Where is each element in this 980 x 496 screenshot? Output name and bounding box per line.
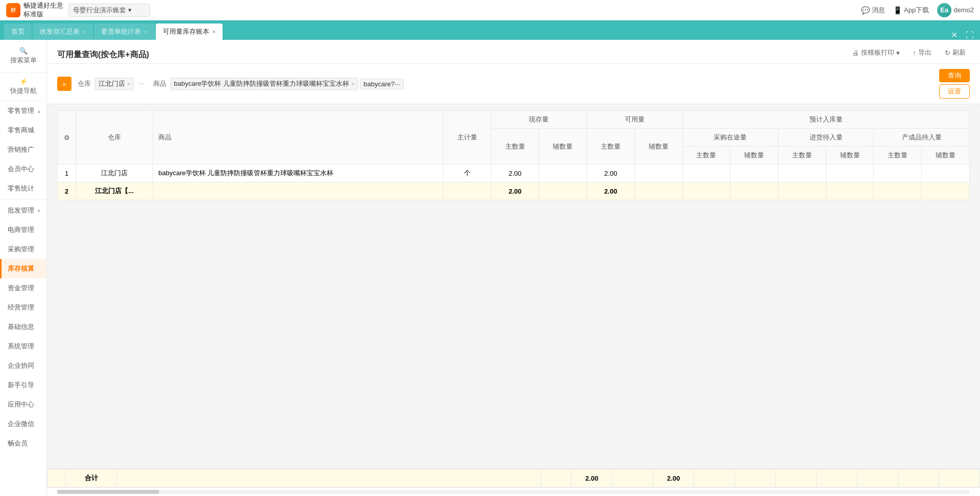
col-header-finished-goods: 产成品待入量 (874, 129, 970, 147)
sidebar-item-member-center[interactable]: 会员中心 (0, 159, 46, 179)
filter-bar: » 仓库 江北门店 × ··· 商品 babycare学饮杯 儿童防摔防撞吸管杯… (47, 64, 980, 104)
sidebar-item-enterprise-collab[interactable]: 企业协同 (0, 356, 46, 375)
warehouse-tag-0: 江北门店 × (95, 78, 134, 90)
print-chevron-icon: ▾ (896, 49, 900, 57)
quick-nav-button[interactable]: ⚡ 快捷导航 (0, 75, 46, 99)
message-button[interactable]: 消息 (861, 6, 885, 15)
col-header-product: 商品 (153, 111, 444, 164)
sidebar-item-inventory[interactable]: 库存核算 (0, 259, 46, 278)
tab-order-stats[interactable]: 要货单统计表 × (94, 23, 154, 40)
cell-incoming-aux-subtotal (826, 182, 874, 200)
cell-stock-main: 2.00 (491, 164, 539, 182)
sidebar-item-new-guide[interactable]: 新手引导 (0, 375, 46, 395)
sidebar-item-operations-mgmt[interactable]: 经营管理 (0, 298, 46, 317)
cell-unit: 个 (444, 164, 492, 182)
sidebar-item-ecommerce-mgmt[interactable]: 电商管理 (0, 220, 46, 240)
col-header-settings: ⚙ (58, 111, 76, 164)
chevron-down-icon: ▾ (38, 208, 40, 214)
product-filter-label: 商品 (153, 79, 166, 88)
refresh-button[interactable]: ↻ 刷新 (941, 46, 970, 59)
print-button[interactable]: 🖨 按模板打印 ▾ (848, 46, 904, 59)
content-area: 可用量查询(按仓库+商品) 🖨 按模板打印 ▾ ↑ 导出 ↻ 刷新 (47, 40, 980, 496)
scroll-thumb[interactable] (57, 490, 159, 494)
warehouse-filter-label: 仓库 (78, 79, 91, 88)
tab-bar: 首页 收发存汇总表 × 要货单统计表 × 可用量库存账本 × ✕ ⛶ (0, 20, 980, 40)
scroll-bar-area (47, 487, 980, 496)
footer-cell-empty2 (117, 469, 541, 487)
col-header-stock-aux: 辅数量 (539, 129, 587, 164)
search-menu-button[interactable]: 🔍 搜索菜单 (4, 44, 42, 68)
cell-product: babycare学饮杯 儿童防摔防撞吸管杯重力球吸嘴杯宝宝水杯 (153, 164, 444, 182)
sidebar-item-finance-mgmt[interactable]: 资金管理 (0, 278, 46, 298)
sidebar-item-purchase-mgmt[interactable]: 采购管理 (0, 240, 46, 259)
top-bar-right: 消息 App下载 Ea demo2 (861, 3, 974, 17)
cell-stock-main-subtotal: 2.00 (491, 182, 539, 200)
export-icon: ↑ (913, 49, 917, 57)
table-area: ⚙ 仓库 商品 主计量 现存量 可用量 预计入库量 主数量 辅数量 主数量 辅数… (47, 104, 980, 468)
footer-stock-main: 2.00 (572, 469, 612, 487)
tab-home[interactable]: 首页 (4, 23, 32, 40)
cell-finished-aux (922, 164, 970, 182)
col-header-purchase-transit: 采购在途量 (682, 129, 778, 147)
tab-receive-summary[interactable]: 收发存汇总表 × (33, 23, 93, 40)
sidebar-item-retail-mall[interactable]: 零售商城 (0, 121, 46, 140)
tab-expand-button[interactable]: ⛶ (964, 31, 976, 40)
settings-icon[interactable]: ⚙ (64, 134, 70, 141)
export-button[interactable]: ↑ 导出 (909, 46, 936, 59)
tab-available-stock[interactable]: 可用量库存账本 × (156, 23, 223, 40)
sidebar-item-system-mgmt[interactable]: 系统管理 (0, 337, 46, 356)
sidebar-item-enterprise-wechat[interactable]: 企业微信 (0, 414, 46, 434)
remove-product-tag-button[interactable]: × (351, 81, 354, 87)
expand-icon: » (62, 80, 66, 88)
tab-close-available[interactable]: × (212, 29, 215, 35)
filter-more-button[interactable]: ··· (136, 79, 146, 88)
sidebar-item-retail-mgmt[interactable]: 零售管理 ▴ (0, 101, 46, 121)
cell-no-subtotal: 2 (58, 182, 76, 200)
sidebar-item-retail-stats[interactable]: 零售统计 (0, 179, 46, 198)
sidebar-menu: 零售管理 ▴ 零售商城 营销推广 会员中心 零售统计 批发管理 ▾ 电商管理 (0, 101, 46, 453)
main-layout: 🔍 搜索菜单 ⚡ 快捷导航 零售管理 ▴ 零售商城 营销推广 会员中心 (0, 40, 980, 496)
col-header-stock: 现存量 (491, 111, 586, 129)
footer-finished-aux (939, 469, 980, 487)
footer-incoming-main (817, 469, 857, 487)
cell-purchase-main (682, 164, 730, 182)
col-header-purchase-aux: 辅数量 (730, 147, 778, 164)
search-icon: 🔍 (19, 47, 28, 55)
cell-avail-aux-subtotal (634, 182, 682, 200)
tab-close-receive[interactable]: × (83, 29, 86, 35)
col-header-incoming-main: 主数量 (778, 147, 826, 164)
print-icon: 🖨 (852, 49, 859, 57)
footer-cell-empty3 (541, 469, 572, 487)
query-button[interactable]: 查询 (939, 69, 970, 82)
page-header: 可用量查询(按仓库+商品) 🖨 按模板打印 ▾ ↑ 导出 ↻ 刷新 (47, 40, 980, 64)
col-header-unit: 主计量 (444, 111, 492, 164)
sidebar-item-app-center[interactable]: 应用中心 (0, 395, 46, 414)
sidebar-quicknav-section: ⚡ 快捷导航 (0, 73, 46, 101)
app-download-button[interactable]: App下载 (893, 6, 929, 15)
page-title: 可用量查询(按仓库+商品) (57, 50, 149, 60)
tab-bar-end: ✕ ⛶ (949, 30, 976, 40)
footer-table: 合计 2.00 2.00 (47, 469, 980, 487)
top-bar-left: 好 畅捷通好生意 标准版 母婴行业演示账套 ▾ (6, 2, 150, 19)
sidebar-item-basic-info[interactable]: 基础信息 (0, 317, 46, 337)
cell-unit-subtotal (444, 182, 492, 200)
org-selector[interactable]: 母婴行业演示账套 ▾ (68, 4, 150, 17)
chevron-down-icon: ▾ (128, 6, 132, 14)
col-header-avail-main: 主数量 (587, 129, 635, 164)
filter-toggle-button[interactable]: » (57, 77, 71, 91)
col-header-incoming: 进货待入量 (778, 129, 874, 147)
remove-warehouse-tag-button[interactable]: × (127, 81, 130, 87)
tab-close-order[interactable]: × (144, 29, 147, 35)
tab-close-all-button[interactable]: ✕ (949, 30, 960, 40)
footer-cell-empty1 (47, 469, 66, 487)
app-icon (893, 6, 902, 14)
col-header-finished-aux: 辅数量 (922, 147, 970, 164)
sidebar-item-member[interactable]: 畅会员 (0, 434, 46, 453)
sidebar-item-wholesale-mgmt[interactable]: 批发管理 ▾ (0, 201, 46, 220)
sidebar-item-marketing[interactable]: 营销推广 (0, 140, 46, 159)
settings-button[interactable]: 设置 (939, 84, 970, 99)
cell-avail-main: 2.00 (587, 164, 635, 182)
data-table: ⚙ 仓库 商品 主计量 现存量 可用量 预计入库量 主数量 辅数量 主数量 辅数… (57, 110, 970, 200)
scroll-track (57, 490, 970, 494)
user-menu[interactable]: Ea demo2 (937, 3, 974, 17)
